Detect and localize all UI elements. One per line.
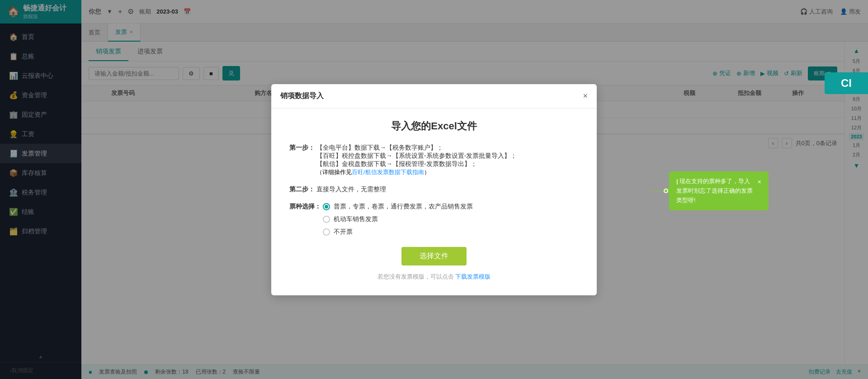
radio-circle-0 bbox=[323, 203, 330, 210]
ci-badge: CI bbox=[825, 72, 868, 94]
step1-link: （详细操作见百旺/航信发票数据下载指南） bbox=[316, 168, 517, 176]
radio-label-1: 机动车销售发票 bbox=[334, 215, 378, 223]
radio-option-2[interactable]: 不开票 bbox=[323, 228, 473, 236]
step1-label: 第一步： bbox=[289, 144, 315, 152]
tooltip-connector bbox=[651, 189, 668, 193]
step1-line3: 【航信】金税盘数据下载→【报税管理-发票数据导出】； bbox=[316, 160, 517, 168]
dialog-main-title: 导入您的Excel文件 bbox=[289, 119, 579, 133]
tooltip-close-btn[interactable]: × bbox=[758, 177, 761, 187]
dialog-close-btn[interactable]: × bbox=[583, 91, 588, 101]
ticket-label: 票种选择： bbox=[289, 203, 321, 211]
step2-label: 第二步： bbox=[289, 185, 315, 194]
radio-label-0: 普票，专票，卷票，通行费发票，农产品销售发票 bbox=[334, 203, 473, 211]
guide-link[interactable]: 百旺/航信发票数据下载指南 bbox=[352, 169, 424, 175]
radio-group: 普票，专票，卷票，通行费发票，农产品销售发票 机动车销售发票 不开票 bbox=[323, 203, 473, 236]
select-file-btn[interactable]: 选择文件 bbox=[401, 247, 467, 265]
download-template-link[interactable]: 下载发票模版 bbox=[455, 273, 491, 280]
dialog-body: 导入您的Excel文件 第一步： 【全电平台】数据下载→【税务数字账户】； 【百… bbox=[271, 109, 597, 295]
step1-block: 第一步： 【全电平台】数据下载→【税务数字账户】； 【百旺】税控盘数据下载→【系… bbox=[289, 144, 579, 176]
step2-block: 第二步： 直接导入文件，无需整理 bbox=[289, 185, 579, 194]
step1-line2: 【百旺】税控盘数据下载→【系统设置-系统参数设置-发票批量导入】； bbox=[316, 152, 517, 160]
step1-line1: 【全电平台】数据下载→【税务数字账户】； bbox=[316, 144, 517, 152]
step2-text: 直接导入文件，无需整理 bbox=[316, 185, 386, 194]
radio-option-1[interactable]: 机动车销售发票 bbox=[323, 215, 473, 223]
import-dialog: 销项数据导入 × 导入您的Excel文件 第一步： 【全电平台】数据下载→【税务… bbox=[271, 84, 597, 295]
footer-text: 若您没有发票模版，可以点击 bbox=[377, 273, 454, 280]
tooltip-bubble: × | 现在支持的票种多了，导入发票时别忘了选择正确的发票类型呀! bbox=[669, 171, 769, 210]
radio-circle-1 bbox=[323, 216, 330, 223]
dialog-header: 销项数据导入 × bbox=[271, 84, 597, 109]
tooltip-text: 现在支持的票种多了，导入发票时别忘了选择正确的发票类型呀! bbox=[676, 178, 753, 204]
radio-label-2: 不开票 bbox=[334, 228, 353, 236]
dialog-title: 销项数据导入 bbox=[280, 91, 324, 101]
ticket-selection-block: 票种选择： 普票，专票，卷票，通行费发票，农产品销售发票 机动车销售发票 bbox=[289, 203, 579, 236]
radio-option-0[interactable]: 普票，专票，卷票，通行费发票，农产品销售发票 bbox=[323, 203, 473, 211]
dialog-footer: 若您没有发票模版，可以点击 下载发票模版 bbox=[289, 273, 579, 281]
modal-overlay: 销项数据导入 × 导入您的Excel文件 第一步： 【全电平台】数据下载→【税务… bbox=[0, 0, 868, 379]
radio-circle-2 bbox=[323, 228, 330, 236]
